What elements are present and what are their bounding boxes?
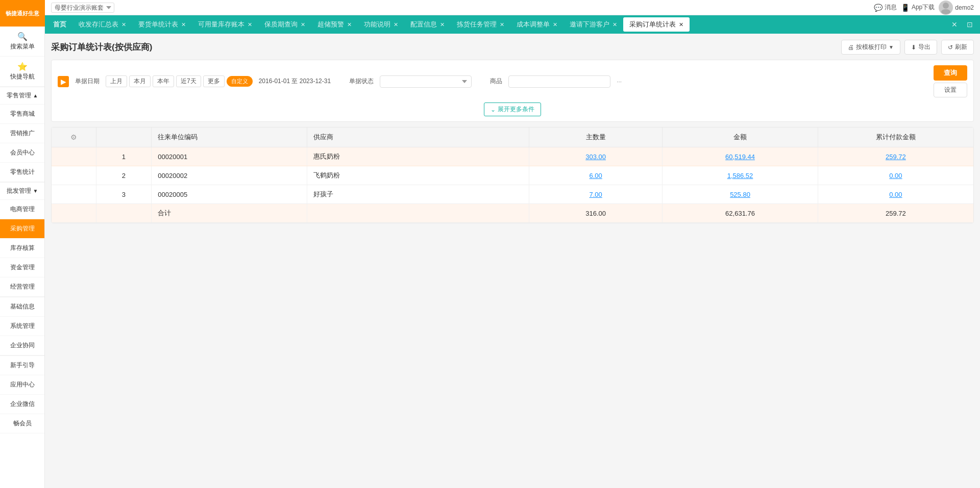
cell-paid[interactable]: 0.00 [818, 185, 973, 204]
table-row[interactable]: 2 00020002 飞鹤奶粉 6.00 1,586.52 0.00 [52, 166, 973, 185]
tab-home[interactable]: 首页 [47, 17, 72, 32]
sidebar-item-purchase[interactable]: 采购管理 [0, 219, 44, 239]
table-header-row: ⚙ 往来单位编码 供应商 主数量 金额 累计付款金额 [52, 127, 973, 147]
footer-amount: 62,631.76 [663, 204, 818, 223]
sidebar-item-member[interactable]: 会员中心 [0, 143, 44, 163]
app-logo[interactable]: 畅捷通好生意 [0, 0, 45, 27]
sidebar-item-vip[interactable]: 畅会员 [0, 414, 44, 433]
sidebar-item-retail-stats[interactable]: 零售统计 [0, 163, 44, 182]
sidebar-item-newbie[interactable]: 新手引导 [0, 356, 44, 375]
date-btn-more[interactable]: 更多 [203, 75, 225, 87]
cell-index: 1 [96, 147, 152, 166]
tab-close-icon[interactable]: ✕ [121, 21, 126, 28]
tab-label: 超储预警 [317, 20, 344, 29]
tab-gongneng[interactable]: 功能说明 ✕ [358, 17, 404, 32]
column-settings-icon[interactable]: ⚙ [70, 133, 77, 141]
table-row[interactable]: 1 00020001 惠氏奶粉 303.00 60,519.44 259.72 [52, 147, 973, 166]
data-table: ⚙ 往来单位编码 供应商 主数量 金额 累计付款金额 1 00020001 惠氏… [52, 127, 973, 223]
cell-qty[interactable]: 6.00 [529, 166, 663, 185]
message-btn[interactable]: 💬 消息 [874, 3, 897, 12]
sidebar-item-appcenter[interactable]: 应用中心 [0, 375, 44, 395]
sidebar-item-retail-shop[interactable]: 零售商城 [0, 105, 44, 124]
tab-chaochu[interactable]: 超储预警 ✕ [311, 17, 358, 32]
sidebar-item-label: 批发管理 [7, 187, 31, 195]
expand-more-button[interactable]: ⌄ 展开更多条件 [484, 102, 541, 116]
cell-amount[interactable]: 1,586.52 [663, 166, 818, 185]
cell-code: 00020002 [152, 166, 307, 185]
cell-qty[interactable]: 7.00 [529, 185, 663, 204]
sidebar-item-search[interactable]: 🔍 搜索菜单 [0, 27, 44, 57]
sidebar-item-ecommerce[interactable]: 电商管理 [0, 200, 44, 219]
status-filter-label: 单据状态 [349, 77, 374, 86]
print-button[interactable]: 🖨 按模板打印 ▼ [841, 40, 900, 55]
tab-label: 功能说明 [364, 20, 390, 29]
app-download-btn[interactable]: 📱 App下载 [901, 3, 935, 12]
footer-qty: 316.00 [529, 204, 663, 223]
tab-yaoqing[interactable]: 邀请下游客户 ✕ [564, 17, 623, 32]
cell-amount[interactable]: 525.80 [663, 185, 818, 204]
date-btn-last-month[interactable]: 上月 [106, 75, 127, 87]
date-buttons: 上月 本月 本年 近7天 更多 自定义 [106, 75, 253, 87]
tab-close-icon[interactable]: ✕ [500, 21, 504, 28]
tab-caigoudingdan[interactable]: 采购订单统计表 ✕ [623, 17, 690, 32]
cell-supplier: 惠氏奶粉 [307, 147, 529, 166]
sidebar-item-marketing[interactable]: 营销推广 [0, 124, 44, 143]
tab-close-icon[interactable]: ✕ [301, 21, 305, 28]
tab-yaohuo[interactable]: 要货单统计表 ✕ [132, 17, 192, 32]
refresh-button[interactable]: ↺ 刷新 [941, 40, 974, 55]
sidebar-item-batch[interactable]: 批发管理 ▼ [0, 183, 44, 200]
sidebar-item-quicknav[interactable]: ⭐ 快捷导航 [0, 57, 44, 87]
user-area[interactable]: demo2 [939, 1, 974, 15]
sidebar-item-wechat[interactable]: 企业微信 [0, 395, 44, 414]
tab-close-icon[interactable]: ✕ [612, 21, 617, 28]
tab-close-icon[interactable]: ✕ [248, 21, 252, 28]
user-avatar[interactable] [939, 1, 953, 15]
date-btn-7days[interactable]: 近7天 [176, 75, 201, 87]
date-btn-this-year[interactable]: 本年 [153, 75, 174, 87]
nav-close-all-btn[interactable]: ✕ [948, 19, 961, 30]
nav-expand-btn[interactable]: ⊡ [964, 19, 976, 30]
sidebar-item-system[interactable]: 系统管理 [0, 317, 44, 336]
sidebar-item-label: 库存核算 [10, 244, 35, 252]
tab-paihuorenwu[interactable]: 拣货任务管理 ✕ [451, 17, 510, 32]
cell-amount[interactable]: 60,519.44 [663, 147, 818, 166]
tab-close-icon[interactable]: ✕ [394, 21, 398, 28]
sidebar-item-label: 企业微信 [10, 400, 35, 408]
settings-button[interactable]: 设置 [934, 83, 967, 97]
cell-qty[interactable]: 303.00 [529, 147, 663, 166]
tab-peizhi[interactable]: 配置信息 ✕ [404, 17, 451, 32]
tab-chengben[interactable]: 成本调整单 ✕ [510, 17, 564, 32]
sidebar-item-label: 资金管理 [10, 263, 35, 272]
date-custom-tag[interactable]: 自定义 [227, 76, 253, 87]
sidebar-item-enterprise[interactable]: 企业协同 [0, 336, 44, 355]
sidebar-item-capital[interactable]: 资金管理 [0, 258, 44, 277]
goods-input[interactable] [508, 75, 610, 88]
quicknav-icon: ⭐ [17, 62, 28, 71]
sidebar-item-label: 采购管理 [10, 224, 35, 233]
tab-keyongliang[interactable]: 可用量库存账本 ✕ [192, 17, 258, 32]
filter-toggle-button[interactable]: ▶ [58, 76, 69, 87]
sidebar-item-retail[interactable]: 零售管理 ▲ [0, 87, 44, 105]
cell-supplier: 飞鹤奶粉 [307, 166, 529, 185]
tab-close-icon[interactable]: ✕ [347, 21, 352, 28]
workspace-select[interactable]: 母婴行业演示账套 [51, 3, 114, 13]
sidebar-item-operations[interactable]: 经营管理 [0, 277, 44, 297]
date-btn-this-month[interactable]: 本月 [129, 75, 151, 87]
table-body: 1 00020001 惠氏奶粉 303.00 60,519.44 259.72 … [52, 147, 973, 204]
tab-close-icon[interactable]: ✕ [181, 21, 186, 28]
status-select[interactable] [380, 75, 472, 88]
query-button[interactable]: 查询 [934, 65, 967, 81]
tab-close-icon[interactable]: ✕ [440, 21, 445, 28]
filter-more-icon[interactable]: ··· [617, 78, 622, 85]
sidebar-item-inventory[interactable]: 库存核算 [0, 239, 44, 258]
tab-shoufahuizongtable[interactable]: 收发存汇总表 ✕ [72, 17, 132, 32]
sidebar-item-basics[interactable]: 基础信息 [0, 297, 44, 317]
export-button[interactable]: ⬇ 导出 [904, 40, 937, 55]
tab-close-icon[interactable]: ✕ [553, 21, 557, 28]
tab-baozhi[interactable]: 保质期查询 ✕ [258, 17, 311, 32]
cell-paid[interactable]: 259.72 [818, 147, 973, 166]
footer-empty-3 [307, 204, 529, 223]
cell-paid[interactable]: 0.00 [818, 166, 973, 185]
table-row[interactable]: 3 00020005 好孩子 7.00 525.80 0.00 [52, 185, 973, 204]
tab-close-icon[interactable]: ✕ [679, 21, 683, 28]
